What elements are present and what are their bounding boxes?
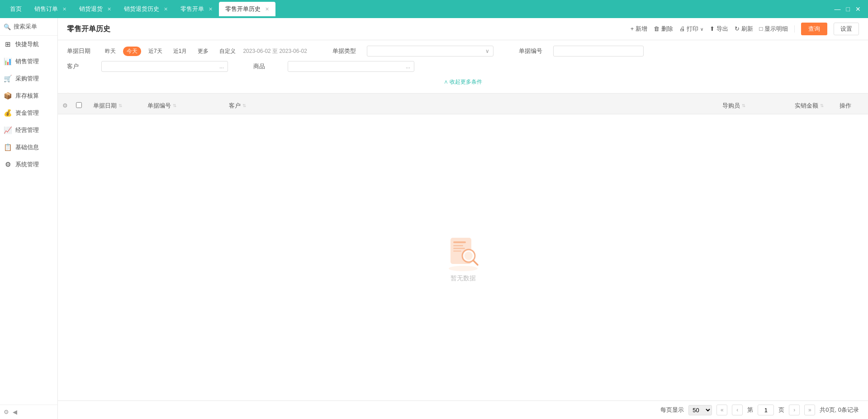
pagination-bar: 每页显示 50 10 20 100 « ‹ 第 页 › » 共0页, 0条记录 [58, 400, 868, 419]
first-page-button[interactable]: « [716, 405, 727, 415]
per-page-label: 每页显示 [660, 406, 684, 414]
sort-amount-icon[interactable]: ⇅ [820, 103, 824, 108]
page-prefix: 第 [747, 406, 753, 414]
close-button[interactable]: ✕ [855, 5, 861, 13]
sidebar: 🔍 搜索采单 ⊞ 快捷导航 📊 销售管理 🛒 采购管理 📦 库存核算 💰 资金管… [0, 18, 58, 419]
date-more[interactable]: 更多 [194, 47, 212, 56]
tab-close-sales-order[interactable]: ✕ [62, 6, 66, 12]
th-operation: 操作 [827, 102, 863, 110]
next-page-button[interactable]: › [789, 405, 800, 415]
sidebar-item-system[interactable]: ⚙ 系统管理 [0, 156, 57, 173]
goods-filter-input[interactable]: ... [288, 61, 414, 72]
show-detail-button[interactable]: □ 显示明细 [759, 25, 788, 33]
type-filter-label: 单据类型 [332, 47, 360, 55]
collapse-button[interactable]: ∧ 收起更多条件 [67, 76, 859, 88]
operations-icon: 📈 [4, 126, 12, 134]
table-settings-icon[interactable]: ⚙ [62, 102, 76, 109]
empty-state: 暂无数据 [58, 114, 868, 400]
print-dropdown-icon[interactable]: ∨ [700, 27, 703, 32]
tab-close-retail-open[interactable]: ✕ [209, 6, 213, 12]
page-suffix: 页 [778, 406, 784, 414]
toolbar-divider [794, 25, 795, 33]
maximize-button[interactable]: □ [846, 5, 850, 13]
query-button[interactable]: 查询 [801, 23, 827, 35]
sidebar-item-basic-info[interactable]: 📋 基础信息 [0, 139, 57, 156]
tab-close-sales-return[interactable]: ✕ [107, 6, 111, 12]
date-custom[interactable]: 自定义 [216, 47, 239, 56]
svg-rect-3 [453, 245, 463, 246]
date-filter-label: 单据日期 [67, 47, 94, 55]
sidebar-item-inventory[interactable]: 📦 库存核算 [0, 87, 57, 104]
main-layout: 🔍 搜索采单 ⊞ 快捷导航 📊 销售管理 🛒 采购管理 📦 库存核算 💰 资金管… [0, 18, 868, 419]
sidebar-collapse-icon[interactable]: ◀ [13, 409, 17, 415]
th-number: 单据编号 ⇅ [144, 102, 225, 110]
tab-close-retail-open-history[interactable]: ✕ [265, 6, 269, 12]
print-button[interactable]: 🖨 打印 ∨ [679, 25, 704, 33]
tab-sales-return[interactable]: 销货退货 ✕ [73, 2, 118, 16]
customer-filter-input[interactable]: ... [101, 61, 228, 72]
sort-customer-icon[interactable]: ⇅ [242, 103, 246, 108]
date-7days[interactable]: 近7天 [145, 47, 166, 56]
th-customer: 客户 ⇅ [225, 102, 719, 110]
tab-retail-open-history[interactable]: 零售开单历史 ✕ [219, 2, 275, 16]
date-yesterday[interactable]: 昨天 [101, 47, 119, 56]
table-select-all[interactable] [76, 102, 90, 109]
svg-rect-4 [453, 248, 465, 249]
sort-date-icon[interactable]: ⇅ [119, 103, 122, 108]
table-header: ⚙ 单据日期 ⇅ 单据编号 ⇅ 客户 ⇅ 导购员 ⇅ [58, 97, 868, 114]
customer-filter-label: 客户 [67, 62, 94, 71]
sidebar-settings-icon[interactable]: ⚙ [4, 409, 9, 415]
last-page-button[interactable]: » [804, 405, 815, 415]
total-info: 共0页, 0条记录 [820, 406, 859, 414]
window-controls: — □ ✕ [835, 5, 864, 13]
sales-mgmt-icon: 📊 [4, 57, 12, 66]
th-salesperson: 导购员 ⇅ [719, 102, 773, 110]
add-button[interactable]: + 新增 [631, 25, 647, 33]
number-filter-label: 单据编号 [519, 47, 546, 55]
tab-sales-order[interactable]: 销售订单 ✕ [28, 2, 73, 16]
delete-button[interactable]: 🗑 删除 [654, 25, 673, 33]
tab-home[interactable]: 首页 [4, 2, 28, 16]
sort-salesperson-icon[interactable]: ⇅ [742, 103, 745, 108]
inventory-icon: 📦 [4, 92, 12, 100]
prev-page-button[interactable]: ‹ [732, 405, 743, 415]
export-button[interactable]: ⬆ 导出 [710, 25, 728, 33]
filter-dates: 昨天 今天 近7天 近1月 更多 自定义 2023-06-02 至 2023-0… [101, 47, 307, 56]
svg-rect-5 [453, 250, 461, 252]
purchase-mgmt-icon: 🛒 [4, 75, 12, 83]
tab-retail-open[interactable]: 零售开单 ✕ [174, 2, 219, 16]
sidebar-item-finance[interactable]: 💰 资金管理 [0, 104, 57, 122]
basic-info-icon: 📋 [4, 143, 12, 151]
page-number-input[interactable] [758, 405, 774, 415]
sort-number-icon[interactable]: ⇅ [173, 103, 176, 108]
th-actual-amount: 实销金额 ⇅ [773, 102, 827, 110]
per-page-select[interactable]: 50 10 20 100 [688, 405, 712, 415]
toolbar: + 新增 🗑 删除 🖨 打印 ∨ ⬆ 导出 ↻ 刷新 □ 显示明细 [631, 23, 859, 35]
finance-icon: 💰 [4, 109, 12, 117]
tab-sales-return-history[interactable]: 销货退货历史 ✕ [118, 2, 174, 16]
customer-ellipsis: ... [219, 63, 224, 70]
search-icon: 🔍 [4, 24, 11, 30]
type-filter-select[interactable]: ∨ [367, 46, 493, 56]
sidebar-item-operations[interactable]: 📈 经营管理 [0, 122, 57, 139]
th-date: 单据日期 ⇅ [90, 102, 144, 110]
number-filter-input[interactable] [553, 46, 644, 56]
goods-filter-label: 商品 [253, 62, 280, 71]
sidebar-search[interactable]: 🔍 搜索采单 [0, 18, 57, 36]
top-tabbar: 首页 销售订单 ✕ 销货退货 ✕ 销货退货历史 ✕ 零售开单 ✕ 零售开单历史 … [0, 0, 868, 18]
refresh-button[interactable]: ↻ 刷新 [735, 25, 753, 33]
tab-close-sales-return-history[interactable]: ✕ [164, 6, 168, 12]
type-dropdown-icon: ∨ [485, 48, 489, 54]
minimize-button[interactable]: — [835, 5, 841, 13]
date-1month[interactable]: 近1月 [170, 47, 191, 56]
date-today[interactable]: 今天 [123, 47, 141, 56]
sidebar-item-purchase-mgmt[interactable]: 🛒 采购管理 [0, 70, 57, 87]
svg-line-8 [473, 260, 478, 265]
settings-button[interactable]: 设置 [834, 23, 859, 35]
sidebar-item-sales-mgmt[interactable]: 📊 销售管理 [0, 53, 57, 70]
sidebar-item-quick-nav[interactable]: ⊞ 快捷导航 [0, 36, 57, 53]
select-all-checkbox[interactable] [76, 102, 82, 108]
quick-nav-icon: ⊞ [4, 40, 12, 48]
date-range-display: 2023-06-02 至 2023-06-02 [243, 47, 307, 55]
page-title: 零售开单历史 [67, 24, 631, 34]
